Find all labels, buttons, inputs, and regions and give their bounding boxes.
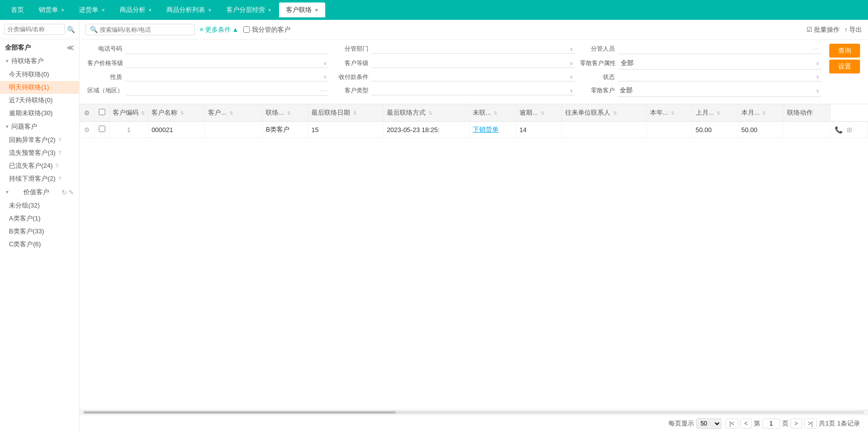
row-checkbox[interactable] — [99, 126, 105, 132]
filter-customer-level-select[interactable]: ∨ — [371, 59, 575, 68]
filter-payment-terms-select[interactable]: ∨ — [371, 72, 575, 81]
filter-scatter-customer-select[interactable]: 全部 ∨ — [618, 84, 821, 97]
query-button[interactable]: 查询 — [829, 44, 860, 58]
filter-dept-select[interactable]: ∨ — [371, 45, 575, 54]
pending-contact-group[interactable]: 待联络客户 — [0, 54, 79, 68]
sidebar-item-overdue-contact[interactable]: 逾期未联络(30) — [0, 107, 79, 120]
filter-manager-select[interactable]: ··· — [618, 44, 821, 54]
th-last-month: 上月... ⇅ — [692, 104, 738, 122]
nav-goods-analysis-close[interactable]: × — [148, 7, 151, 13]
sort-icon-person[interactable]: ⇅ — [613, 111, 617, 116]
top-nav: 首页 销货单 × 进货单 × 商品分析 × 商品分析列表 × 客户分层经营 × … — [0, 0, 868, 20]
edit-icon[interactable]: ✎ — [69, 189, 74, 196]
sort-icon-last-method[interactable]: ⇅ — [429, 111, 433, 116]
filter-scatter-attr-value: 全部 — [621, 59, 634, 68]
problem-group-label: 问题客户 — [11, 122, 37, 131]
filter-region-label: 区域（地区） — [87, 86, 123, 95]
scrollbar-track[interactable] — [83, 411, 864, 414]
sort-icon-last-month[interactable]: ⇅ — [717, 111, 721, 116]
sort-icon-this-year[interactable]: ⇅ — [671, 111, 675, 116]
sidebar-item-class-c[interactable]: C类客户(6) — [0, 238, 79, 251]
nav-customer-contact[interactable]: 客户联络 × — [279, 2, 325, 17]
sort-icon-last-date[interactable]: ⇅ — [353, 111, 357, 116]
filter-actions: ☑ 批量操作 ↑ 导出 — [806, 25, 863, 34]
sort-icon-contact[interactable]: ⇅ — [287, 111, 291, 116]
nav-goods-analysis-list-label: 商品分析列表 — [166, 5, 205, 14]
filter-nature-select[interactable]: ∨ — [125, 72, 329, 81]
scrollbar-thumb[interactable] — [83, 411, 396, 414]
table-select-all[interactable] — [99, 109, 105, 115]
sort-icon-this-month[interactable]: ⇅ — [762, 111, 766, 116]
my-customer-checkbox[interactable] — [243, 26, 250, 33]
sidebar-search-input[interactable] — [4, 24, 65, 35]
th-customer-name: 客户名称 ⇅ — [148, 104, 205, 122]
set-button[interactable]: 设置 — [829, 60, 860, 73]
value-customers-group[interactable]: 价值客户 ↻ ✎ — [0, 185, 79, 199]
filter-phone-input[interactable] — [125, 44, 329, 54]
action-phone-icon[interactable]: 📞 — [835, 126, 843, 134]
th-last-contact-method: 最后联络方式 ⇅ — [383, 104, 469, 122]
sidebar-item-churned[interactable]: 已流失客户(24) ? — [0, 159, 79, 172]
gear-icon[interactable]: ⚙ — [84, 109, 90, 117]
first-page-button[interactable]: |< — [725, 419, 738, 429]
nav-goods-analysis[interactable]: 商品分析 × — [113, 2, 158, 17]
problem-customers-group[interactable]: 问题客户 — [0, 120, 79, 134]
sidebar-item-unclassified[interactable]: 未分组(32) — [0, 199, 79, 212]
last-method-link[interactable]: 下销货单 — [473, 126, 499, 133]
page-size-label: 每页显示 — [668, 419, 694, 428]
sidebar-item-7day-contact[interactable]: 近7天待联络(0) — [0, 94, 79, 107]
filter-status-select[interactable]: ∨ — [618, 72, 821, 81]
prev-page-button[interactable]: < — [740, 419, 752, 429]
sidebar: 🔍 全部客户 ≪ 待联络客户 今天待联络(0) 明天待联络(1) 近7天待联络(… — [0, 20, 79, 432]
sidebar-item-today-contact[interactable]: 今天待联络(0) — [0, 68, 79, 81]
cell-gear: ⚙ — [79, 122, 94, 138]
refresh-icon[interactable]: ↻ — [62, 189, 67, 196]
info-icon-2: ? — [55, 163, 58, 169]
filter-scatter-attr-select[interactable]: 全部 ∨ — [619, 57, 821, 70]
next-page-button[interactable]: > — [791, 419, 802, 429]
sort-icon-code[interactable]: ⇅ — [141, 111, 145, 116]
nav-customer-contact-close[interactable]: × — [315, 7, 318, 13]
sidebar-search-icon[interactable]: 🔍 — [67, 26, 75, 33]
th-checkbox — [94, 104, 109, 122]
more-filter-button[interactable]: ≡ 更多条件 ▲ — [200, 25, 238, 34]
sidebar-item-class-a[interactable]: A类客户(1) — [0, 212, 79, 225]
sort-icon-overdue[interactable]: ⇅ — [541, 111, 545, 116]
nav-sales[interactable]: 销货单 × — [32, 2, 71, 17]
sort-icon-unlinked[interactable]: ⇅ — [494, 111, 498, 116]
collapse-icon[interactable]: ≪ — [67, 44, 74, 52]
action-qr-icon[interactable]: ⊞ — [847, 126, 852, 134]
page-size-wrap: 每页显示 50 100 — [668, 418, 722, 429]
th-customer-type: 客户... ⇅ — [205, 104, 263, 122]
cell-overdue — [562, 122, 647, 138]
last-page-button[interactable]: >| — [804, 419, 817, 429]
sidebar-item-abnormal-repurchase[interactable]: 回购异常客户(2) ? — [0, 134, 79, 146]
nav-goods-analysis-list[interactable]: 商品分析列表 × — [159, 2, 218, 17]
page-input[interactable] — [762, 419, 780, 429]
filter-customer-type-select[interactable]: ∨ — [371, 86, 575, 95]
filter-price-level-select[interactable]: ∨ — [126, 59, 329, 68]
nav-home[interactable]: 首页 — [4, 2, 31, 17]
sidebar-item-churn-warning[interactable]: 流失预警客户(3) ? — [0, 146, 79, 159]
nav-sales-close[interactable]: × — [61, 7, 64, 13]
my-customer-label: 我分管的客户 — [252, 25, 290, 34]
sort-icon-type[interactable]: ⇅ — [229, 111, 233, 116]
nav-customer-tier-close[interactable]: × — [268, 7, 271, 13]
sidebar-item-tomorrow-contact[interactable]: 明天待联络(1) — [0, 81, 79, 94]
page-size-select[interactable]: 50 100 — [696, 418, 722, 429]
filter-region-select[interactable]: ··· — [126, 85, 329, 96]
filter-dept: 分管部门 ∨ — [334, 45, 575, 54]
export-button[interactable]: ↑ 导出 — [845, 25, 863, 34]
search-input[interactable] — [100, 26, 189, 33]
sidebar-item-declining[interactable]: 持续下滑客户(2) ? — [0, 172, 79, 185]
th-unlinked-days: 未联... ⇅ — [469, 104, 516, 122]
batch-op-button[interactable]: ☑ 批量操作 — [806, 25, 840, 34]
cell-contact-count: 15 — [308, 122, 384, 138]
nav-purchase[interactable]: 进货单 × — [72, 2, 111, 17]
th-this-month: 本月... ⇅ — [738, 104, 784, 122]
nav-purchase-close[interactable]: × — [101, 7, 104, 13]
sidebar-item-class-b[interactable]: B类客户(33) — [0, 225, 79, 238]
sort-icon-name[interactable]: ⇅ — [180, 111, 184, 116]
nav-goods-analysis-list-close[interactable]: × — [208, 7, 211, 13]
nav-customer-tier[interactable]: 客户分层经营 × — [219, 2, 278, 17]
